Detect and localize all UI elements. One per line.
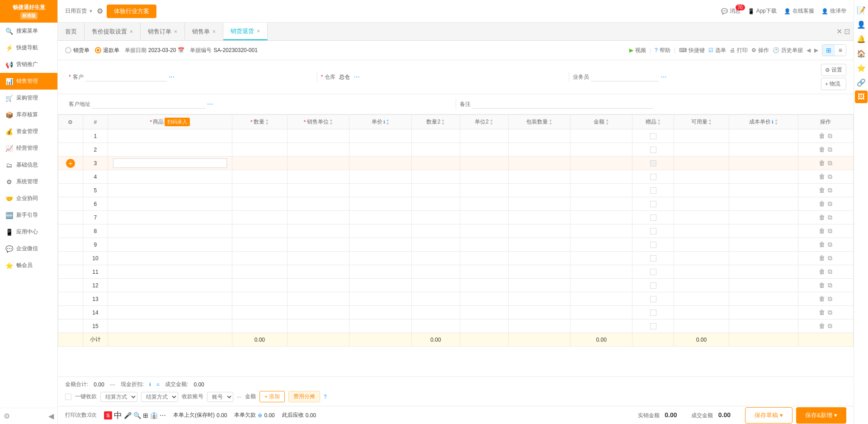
qty2-cell[interactable]	[411, 129, 460, 143]
unit-cell[interactable]	[287, 129, 349, 143]
delete-row-icon[interactable]: 🗑	[819, 309, 825, 316]
qty-cell[interactable]	[232, 157, 287, 170]
sidebar-item-operation[interactable]: 📈 经营管理	[0, 140, 57, 157]
delete-row-icon[interactable]: 🗑	[819, 186, 825, 194]
unit2-cell[interactable]	[460, 224, 508, 238]
price-cell[interactable]	[349, 265, 411, 279]
unit2-cell[interactable]	[460, 197, 508, 211]
salesperson-input[interactable]	[591, 72, 659, 81]
qty2-cell[interactable]	[411, 252, 460, 265]
right-panel-star-btn[interactable]: ⭐	[855, 62, 868, 74]
unit-cell[interactable]	[287, 292, 349, 306]
qty2-cell[interactable]	[411, 238, 460, 252]
copy-row-icon[interactable]: ⧉	[828, 159, 832, 167]
qty-cell[interactable]	[232, 211, 287, 224]
amount-cell[interactable]	[570, 143, 632, 157]
debt-value[interactable]: ⊕	[258, 412, 262, 419]
product-cell[interactable]	[108, 252, 232, 265]
scan-badge[interactable]: 扫码录入	[165, 118, 190, 126]
nav-next-icon[interactable]: ▶	[814, 47, 818, 53]
cost-cell[interactable]	[729, 129, 798, 143]
product-cell[interactable]	[108, 184, 232, 197]
avail-cell[interactable]	[674, 292, 729, 306]
unit-cell[interactable]	[287, 170, 349, 184]
right-panel-image-btn[interactable]: 🖼	[855, 91, 868, 103]
pkgqty-cell[interactable]	[508, 211, 570, 224]
qty-cell[interactable]	[232, 170, 287, 184]
cost-cell[interactable]	[729, 292, 798, 306]
gift-checkbox[interactable]	[650, 228, 656, 234]
unit-cell[interactable]	[287, 252, 349, 265]
unit-cell[interactable]	[287, 319, 349, 333]
avail-cell[interactable]	[674, 306, 729, 319]
sidebar-item-search[interactable]: 🔍 搜索菜单	[0, 23, 57, 39]
copy-row-icon[interactable]: ⧉	[828, 214, 832, 221]
gift-sort-arrows[interactable]: ▲▼	[657, 119, 661, 126]
unit2-cell[interactable]	[460, 157, 508, 170]
qty2-sort-arrows[interactable]: ▲▼	[441, 119, 445, 126]
gift-cell[interactable]	[632, 265, 674, 279]
app-download-link[interactable]: 📱 App下载	[748, 7, 777, 15]
right-panel-note-btn[interactable]: 📝	[855, 4, 868, 16]
cost-cell[interactable]	[729, 197, 798, 211]
shortcuts-btn[interactable]: ⌨ 快捷键	[679, 47, 705, 54]
gift-cell[interactable]	[632, 238, 674, 252]
list-view-btn[interactable]: ≡	[835, 45, 846, 56]
sidebar-item-apps[interactable]: 📱 应用中心	[0, 224, 57, 240]
cost-cell[interactable]	[729, 170, 798, 184]
cost-cell[interactable]	[729, 157, 798, 170]
amount-cell[interactable]	[570, 306, 632, 319]
pkgqty-cell[interactable]	[508, 252, 570, 265]
cost-cell[interactable]	[729, 224, 798, 238]
sidebar-item-marketing[interactable]: 📢 营销推广	[0, 56, 57, 73]
operate-btn[interactable]: ⚙ 操作	[751, 47, 769, 54]
gift-cell[interactable]	[632, 319, 674, 333]
gift-checkbox[interactable]	[650, 133, 656, 139]
qty2-cell[interactable]	[411, 292, 460, 306]
unit2-cell[interactable]	[460, 184, 508, 197]
avail-cell[interactable]	[674, 265, 729, 279]
address-select-btn[interactable]: ···	[207, 100, 213, 108]
delete-row-icon[interactable]: 🗑	[819, 241, 825, 248]
settings-icon[interactable]: ⚙	[4, 412, 10, 420]
gift-cell[interactable]	[632, 224, 674, 238]
right-panel-contact-btn[interactable]: 👤	[855, 18, 868, 31]
gift-cell[interactable]	[632, 197, 674, 211]
cost-info-icon[interactable]: ℹ	[772, 119, 774, 124]
copy-row-icon[interactable]: ⧉	[828, 132, 832, 139]
video-help-btn[interactable]: ▶ 视频	[629, 47, 646, 54]
price-cell[interactable]	[349, 129, 411, 143]
copy-row-icon[interactable]: ⧉	[828, 227, 832, 234]
price-cell[interactable]	[349, 279, 411, 292]
qty2-cell[interactable]	[411, 306, 460, 319]
unit2-cell[interactable]	[460, 143, 508, 157]
sidebar-item-inventory[interactable]: 📦 库存核算	[0, 106, 57, 123]
logistics-btn[interactable]: + 物流	[821, 78, 846, 90]
price-info-icon[interactable]: ℹ	[383, 119, 385, 124]
unit-cell[interactable]	[287, 143, 349, 157]
gift-cell[interactable]	[632, 143, 674, 157]
qty-cell[interactable]	[232, 292, 287, 306]
delete-row-icon[interactable]: 🗑	[819, 281, 825, 289]
qty-cell[interactable]	[232, 129, 287, 143]
pkgqty-cell[interactable]	[508, 319, 570, 333]
avail-cell[interactable]	[674, 129, 729, 143]
product-input[interactable]	[113, 158, 227, 168]
warehouse-select-btn[interactable]: ···	[354, 73, 359, 81]
split-btn[interactable]: 费用分摊	[288, 391, 320, 402]
cost-cell[interactable]	[729, 184, 798, 197]
tab-sales-order[interactable]: 销售订单 ×	[141, 23, 185, 40]
qty-cell[interactable]	[232, 143, 287, 157]
th-settings[interactable]: ⚙	[58, 115, 83, 129]
pkgqty-cell[interactable]	[508, 306, 570, 319]
gift-checkbox[interactable]	[650, 296, 656, 302]
unit-cell[interactable]	[287, 197, 349, 211]
split-help-icon[interactable]: ?	[324, 394, 327, 400]
qty2-cell[interactable]	[411, 211, 460, 224]
avail-cell[interactable]	[674, 224, 729, 238]
price-cell[interactable]	[349, 211, 411, 224]
price-cell[interactable]	[349, 197, 411, 211]
history-btn[interactable]: 🕐 历史单据	[773, 47, 803, 54]
pkgqty-cell[interactable]	[508, 238, 570, 252]
pkgqty-cell[interactable]	[508, 143, 570, 157]
